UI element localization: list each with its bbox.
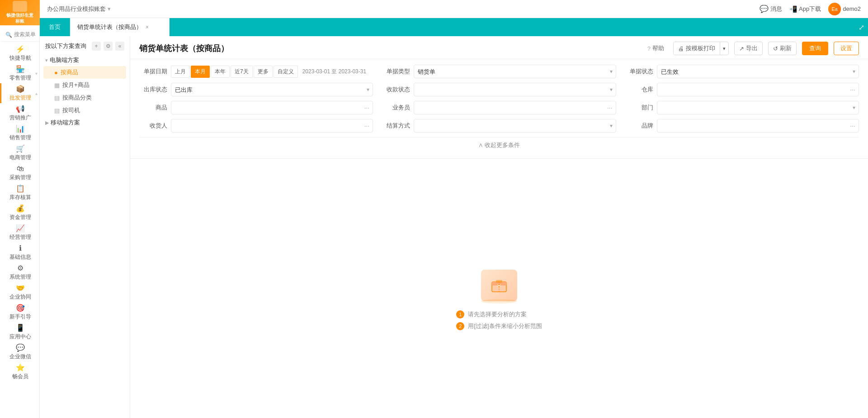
- panel-item-by-product[interactable]: ● 按商品: [43, 66, 126, 79]
- product-input-wrapper: ···: [171, 101, 373, 114]
- receipt-status-select[interactable]: [414, 83, 616, 96]
- sidebar-item-wholesale[interactable]: 📦 批发管理 ▴: [0, 83, 39, 103]
- refresh-label: 刷新: [780, 44, 792, 52]
- app-download-btn[interactable]: 📲 App下载: [789, 5, 821, 13]
- sidebar-item-enterprise[interactable]: 🤝 企业协同: [0, 282, 39, 302]
- svg-rect-3: [496, 280, 502, 283]
- search-icon: 🔍: [5, 32, 12, 38]
- doc-type-select[interactable]: 销货单: [414, 65, 616, 78]
- by-category-label: 按商品分类: [62, 94, 92, 102]
- brand-input[interactable]: [657, 119, 859, 133]
- settle-select[interactable]: [414, 119, 616, 133]
- empty-box: [481, 270, 517, 301]
- product-dots[interactable]: ···: [364, 104, 370, 111]
- doc-status-select[interactable]: 已生效: [657, 65, 859, 78]
- panel-item-by-driver[interactable]: ▤ 按司机: [43, 104, 126, 117]
- basic-icon: ℹ: [19, 244, 22, 252]
- panel-item-by-month-product[interactable]: ▦ 按月+商品: [43, 79, 126, 91]
- date-btn-this-month[interactable]: 本月: [191, 66, 210, 78]
- export-btn[interactable]: ↗ 导出: [734, 42, 763, 55]
- sidebar-item-purchase[interactable]: 🛍 采购管理: [0, 163, 39, 183]
- sidebar-item-appcenter[interactable]: 📱 应用中心: [0, 322, 39, 342]
- date-btn-this-year[interactable]: 本年: [211, 66, 230, 78]
- sidebar-item-member-label: 畅会员: [12, 373, 28, 380]
- sidebar-item-quicknav-label: 快捷导航: [9, 54, 31, 62]
- logo-icon: [13, 1, 27, 12]
- sidebar-item-inventory[interactable]: 📋 库存核算: [0, 183, 39, 203]
- sales-person-dots[interactable]: ···: [607, 104, 613, 111]
- sidebar-item-retail[interactable]: 🏪 零售管理 ▾: [0, 63, 39, 83]
- print-dropdown-icon: ▾: [723, 46, 726, 51]
- sidebar-item-appcenter-label: 应用中心: [9, 333, 31, 341]
- warehouse-dots[interactable]: ···: [850, 86, 855, 93]
- print-dropdown-btn[interactable]: ▾: [720, 43, 728, 54]
- wholesale-icon: 📦: [16, 85, 25, 93]
- filter-row-3: 商品 ··· 业务员 ···: [139, 101, 859, 114]
- date-control: 上月 本月 本年 近7天 更多 自定义 2023-03-01 至 2023-03…: [171, 66, 373, 78]
- receiver-input[interactable]: [171, 119, 373, 133]
- out-status-select[interactable]: 已出库: [171, 83, 373, 96]
- tab-maximize-btn[interactable]: ⤢: [855, 18, 868, 36]
- header-brand: 办公用品行业模拟账套 ▾: [47, 5, 111, 13]
- export-icon: ↗: [739, 45, 744, 52]
- step2-num: 2: [456, 322, 464, 330]
- system-icon: ⚙: [17, 264, 24, 272]
- panel-settings-btn[interactable]: ⚙: [104, 42, 113, 51]
- panel-add-btn[interactable]: +: [92, 42, 101, 51]
- retail-arrow: ▾: [35, 71, 38, 76]
- sidebar-item-guide[interactable]: 🎯 新手引导: [0, 302, 39, 322]
- user-profile[interactable]: Ea demo2: [828, 3, 861, 15]
- date-btn-last-month[interactable]: 上月: [171, 66, 190, 78]
- settings-btn[interactable]: 设置: [834, 42, 859, 55]
- tab-home-label: 首页: [49, 23, 61, 31]
- receiver-dots[interactable]: ···: [364, 122, 370, 129]
- sidebar-item-marketing[interactable]: 📢 营销推广: [0, 103, 39, 123]
- print-btn[interactable]: 🖨 按模板打印: [674, 42, 720, 55]
- mobile-section-header[interactable]: ▶ 移动端方案: [43, 117, 126, 128]
- tab-current[interactable]: 销货单统计表（按商品） ×: [70, 18, 170, 36]
- panel-item-by-category[interactable]: ▤ 按商品分类: [43, 91, 126, 104]
- date-group: 上月 本月 本年 近7天 更多 自定义 2023-03-01 至 2023-03…: [171, 66, 366, 78]
- refresh-btn[interactable]: ↺ 刷新: [768, 42, 797, 55]
- message-btn[interactable]: 💬 消息: [760, 5, 782, 13]
- warehouse-input[interactable]: [657, 83, 859, 96]
- header-left: 办公用品行业模拟账套 ▾: [47, 5, 111, 13]
- desktop-section-header[interactable]: ▾ 电脑端方案: [43, 54, 126, 66]
- tab-close-btn[interactable]: ×: [146, 24, 149, 30]
- receiver-input-wrapper: ···: [171, 119, 373, 133]
- sidebar-item-sales[interactable]: 📊 销售管理: [0, 123, 39, 143]
- sidebar-item-wxwork[interactable]: 💬 企业微信: [0, 342, 39, 362]
- dept-select[interactable]: [657, 101, 859, 114]
- sidebar-item-search[interactable]: 🔍 搜索菜单: [0, 25, 39, 42]
- tab-home[interactable]: 首页: [40, 18, 70, 36]
- sidebar-item-quicknav[interactable]: ⚡ 快捷导航: [0, 43, 39, 63]
- operations-icon: 📈: [16, 224, 25, 233]
- query-btn[interactable]: 查询: [802, 42, 828, 55]
- date-btn-more[interactable]: 更多: [254, 66, 273, 78]
- brand-dropdown-icon[interactable]: ▾: [108, 5, 111, 12]
- step1-num: 1: [456, 310, 464, 318]
- sidebar-item-finance-label: 资金管理: [9, 214, 31, 221]
- sidebar-item-system[interactable]: ⚙ 系统管理: [0, 262, 39, 282]
- sidebar-item-ecommerce[interactable]: 🛒 电商管理: [0, 143, 39, 163]
- sales-person-input[interactable]: [414, 101, 616, 114]
- help-icon: ?: [647, 45, 651, 52]
- date-btn-7days[interactable]: 近7天: [231, 66, 253, 78]
- doc-type-wrapper: 销货单: [414, 65, 616, 78]
- brand-dots[interactable]: ···: [850, 122, 855, 129]
- help-btn[interactable]: ? 帮助: [644, 43, 668, 54]
- appcenter-icon: 📱: [16, 323, 25, 332]
- sidebar-item-operations[interactable]: 📈 经营管理: [0, 223, 39, 242]
- panel-collapse-btn[interactable]: «: [115, 42, 124, 51]
- date-btn-custom[interactable]: 自定义: [274, 66, 298, 78]
- sidebar-item-basic[interactable]: ℹ 基础信息: [0, 242, 39, 262]
- receipt-status-label: 收款状态: [382, 86, 414, 94]
- collapse-bar[interactable]: ∧ 收起更多条件: [139, 137, 859, 153]
- product-input[interactable]: [171, 101, 373, 114]
- empty-step-1: 1 请先选择要分析的方案: [456, 310, 542, 318]
- panel-section-mobile: ▶ 移动端方案: [40, 117, 130, 128]
- message-label: 消息: [770, 5, 782, 13]
- warehouse-input-wrapper: ···: [657, 83, 859, 96]
- sidebar-item-member[interactable]: ⭐ 畅会员: [0, 362, 39, 382]
- sidebar-item-finance[interactable]: 💰 资金管理: [0, 203, 39, 223]
